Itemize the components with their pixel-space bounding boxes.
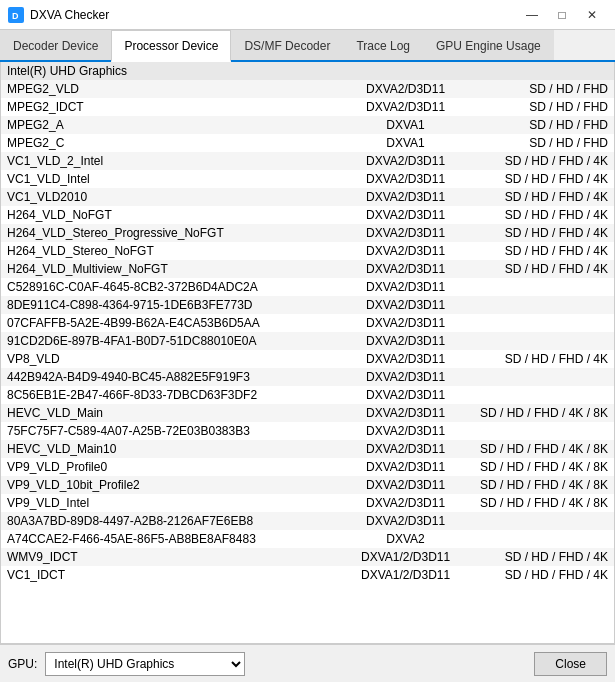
cell-name: H264_VLD_NoFGT (1, 206, 338, 224)
cell-name: MPEG2_VLD (1, 80, 338, 98)
cell-name: VP9_VLD_10bit_Profile2 (1, 476, 338, 494)
cell-res: SD / HD / FHD / 4K (473, 566, 614, 584)
cell-api: DXVA2/D3D11 (338, 404, 473, 422)
cell-res: SD / HD / FHD / 4K (473, 548, 614, 566)
table-row: H264_VLD_NoFGTDXVA2/D3D11SD / HD / FHD /… (1, 206, 614, 224)
window-close-button[interactable]: ✕ (577, 5, 607, 25)
cell-name: 07CFAFFB-5A2E-4B99-B62A-E4CA53B6D5AA (1, 314, 338, 332)
cell-res: SD / HD / FHD / 4K (473, 206, 614, 224)
cell-name: MPEG2_C (1, 134, 338, 152)
tab-processor-device[interactable]: Processor Device (111, 30, 231, 62)
table-row: VP9_VLD_Profile0DXVA2/D3D11SD / HD / FHD… (1, 458, 614, 476)
cell-name: 8DE911C4-C898-4364-9715-1DE6B3FE773D (1, 296, 338, 314)
table-row: VC1_IDCTDXVA1/2/D3D11SD / HD / FHD / 4K (1, 566, 614, 584)
cell-res: SD / HD / FHD / 4K (473, 242, 614, 260)
cell-res: SD / HD / FHD / 4K / 8K (473, 440, 614, 458)
table-row: VC1_VLD_2_IntelDXVA2/D3D11SD / HD / FHD … (1, 152, 614, 170)
cell-api: DXVA2/D3D11 (338, 170, 473, 188)
app-icon: D (8, 7, 24, 23)
cell-api: DXVA1 (338, 116, 473, 134)
table-row: VC1_VLD_IntelDXVA2/D3D11SD / HD / FHD / … (1, 170, 614, 188)
cell-res (473, 278, 614, 296)
maximize-button[interactable]: □ (547, 5, 577, 25)
cell-res (473, 296, 614, 314)
close-button[interactable]: Close (534, 652, 607, 676)
cell-api: DXVA2/D3D11 (338, 152, 473, 170)
cell-api: DXVA2/D3D11 (338, 332, 473, 350)
cell-name: 75FC75F7-C589-4A07-A25B-72E03B0383B3 (1, 422, 338, 440)
table-row: H264_VLD_Stereo_Progressive_NoFGTDXVA2/D… (1, 224, 614, 242)
title-bar-controls: — □ ✕ (517, 5, 607, 25)
cell-api: DXVA1/2/D3D11 (338, 548, 473, 566)
cell-api: DXVA2 (338, 530, 473, 548)
cell-api: DXVA2/D3D11 (338, 512, 473, 530)
cell-name: H264_VLD_Multiview_NoFGT (1, 260, 338, 278)
table-row: MPEG2_CDXVA1SD / HD / FHD (1, 134, 614, 152)
cell-res: SD / HD / FHD / 4K (473, 188, 614, 206)
cell-api: DXVA2/D3D11 (338, 242, 473, 260)
cell-api: DXVA2/D3D11 (338, 458, 473, 476)
cell-name: VC1_VLD_Intel (1, 170, 338, 188)
cell-api: DXVA2/D3D11 (338, 224, 473, 242)
table-row: 8DE911C4-C898-4364-9715-1DE6B3FE773DDXVA… (1, 296, 614, 314)
cell-res: SD / HD / FHD (473, 98, 614, 116)
cell-name: HEVC_VLD_Main (1, 404, 338, 422)
cell-res: SD / HD / FHD / 4K (473, 170, 614, 188)
data-table: Intel(R) UHD GraphicsMPEG2_VLDDXVA2/D3D1… (1, 62, 614, 584)
cell-name: VC1_VLD2010 (1, 188, 338, 206)
cell-name: 8C56EB1E-2B47-466F-8D33-7DBCD63F3DF2 (1, 386, 338, 404)
cell-name: VP9_VLD_Intel (1, 494, 338, 512)
table-row: MPEG2_ADXVA1SD / HD / FHD (1, 116, 614, 134)
tab-trace-log[interactable]: Trace Log (343, 30, 423, 60)
tab-gpu-engine-usage[interactable]: GPU Engine Usage (423, 30, 554, 60)
cell-api: DXVA2/D3D11 (338, 296, 473, 314)
table-row: H264_VLD_Multiview_NoFGTDXVA2/D3D11SD / … (1, 260, 614, 278)
cell-name: 442B942A-B4D9-4940-BC45-A882E5F919F3 (1, 368, 338, 386)
table-row: 80A3A7BD-89D8-4497-A2B8-2126AF7E6EB8DXVA… (1, 512, 614, 530)
cell-name: A74CCAE2-F466-45AE-86F5-AB8BE8AF8483 (1, 530, 338, 548)
title-bar-left: D DXVA Checker (8, 7, 109, 23)
table-row: 442B942A-B4D9-4940-BC45-A882E5F919F3DXVA… (1, 368, 614, 386)
cell-res (473, 530, 614, 548)
cell-name: 80A3A7BD-89D8-4497-A2B8-2126AF7E6EB8 (1, 512, 338, 530)
cell-name: C528916C-C0AF-4645-8CB2-372B6D4ADC2A (1, 278, 338, 296)
cell-res: SD / HD / FHD / 4K (473, 350, 614, 368)
cell-api: DXVA2/D3D11 (338, 422, 473, 440)
cell-res: SD / HD / FHD / 4K / 8K (473, 476, 614, 494)
cell-api: DXVA2/D3D11 (338, 350, 473, 368)
gpu-label: GPU: (8, 657, 37, 671)
cell-res (473, 368, 614, 386)
cell-res: SD / HD / FHD / 4K (473, 152, 614, 170)
app-title: DXVA Checker (30, 8, 109, 22)
cell-res (473, 422, 614, 440)
table-row: 8C56EB1E-2B47-466F-8D33-7DBCD63F3DF2DXVA… (1, 386, 614, 404)
cell-api: DXVA2/D3D11 (338, 278, 473, 296)
tab-ds-mf-decoder[interactable]: DS/MF Decoder (231, 30, 343, 60)
gpu-select[interactable]: Intel(R) UHD Graphics (45, 652, 245, 676)
content-area[interactable]: Intel(R) UHD GraphicsMPEG2_VLDDXVA2/D3D1… (0, 62, 615, 644)
table-row: HEVC_VLD_Main10DXVA2/D3D11SD / HD / FHD … (1, 440, 614, 458)
table-row: 75FC75F7-C589-4A07-A25B-72E03B0383B3DXVA… (1, 422, 614, 440)
table-row: VP9_VLD_10bit_Profile2DXVA2/D3D11SD / HD… (1, 476, 614, 494)
cell-res (473, 314, 614, 332)
table-row: WMV9_IDCTDXVA1/2/D3D11SD / HD / FHD / 4K (1, 548, 614, 566)
table-row: H264_VLD_Stereo_NoFGTDXVA2/D3D11SD / HD … (1, 242, 614, 260)
minimize-button[interactable]: — (517, 5, 547, 25)
cell-name: WMV9_IDCT (1, 548, 338, 566)
cell-api: DXVA2/D3D11 (338, 386, 473, 404)
cell-res (473, 512, 614, 530)
table-row: A74CCAE2-F466-45AE-86F5-AB8BE8AF8483DXVA… (1, 530, 614, 548)
cell-res: SD / HD / FHD / 4K (473, 224, 614, 242)
cell-api: DXVA2/D3D11 (338, 188, 473, 206)
cell-name: VP9_VLD_Profile0 (1, 458, 338, 476)
table-row: MPEG2_VLDDXVA2/D3D11SD / HD / FHD (1, 80, 614, 98)
cell-api: DXVA2/D3D11 (338, 440, 473, 458)
tab-decoder-device[interactable]: Decoder Device (0, 30, 111, 60)
cell-res: SD / HD / FHD (473, 80, 614, 98)
table-row: VP8_VLDDXVA2/D3D11SD / HD / FHD / 4K (1, 350, 614, 368)
cell-api: DXVA1 (338, 134, 473, 152)
table-row: MPEG2_IDCTDXVA2/D3D11SD / HD / FHD (1, 98, 614, 116)
cell-api: DXVA2/D3D11 (338, 98, 473, 116)
cell-res: SD / HD / FHD (473, 116, 614, 134)
table-row: HEVC_VLD_MainDXVA2/D3D11SD / HD / FHD / … (1, 404, 614, 422)
